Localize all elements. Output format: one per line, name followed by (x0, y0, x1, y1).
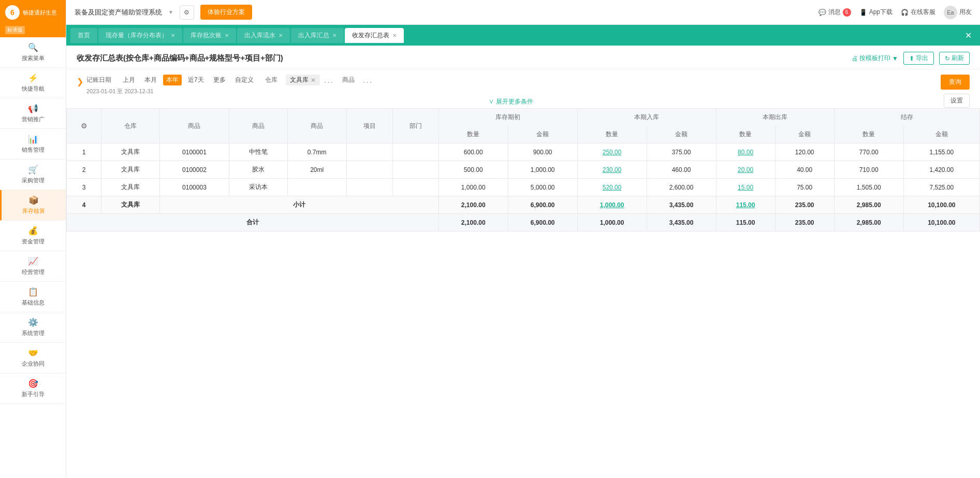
settings-button[interactable]: 设置 (944, 94, 970, 108)
sidebar-item-经营管理[interactable]: 📈 经营管理 (0, 251, 66, 282)
sidebar-item-label: 系统管理 (22, 329, 45, 337)
headset-icon: 🎧 (901, 9, 909, 16)
cell-in-qty[interactable]: 230.00 (577, 161, 647, 179)
cell-in-qty[interactable]: 520.00 (577, 179, 647, 196)
col-header-project: 项目 (346, 109, 392, 143)
sidebar-item-采购管理[interactable]: 🛒 采购管理 (0, 160, 66, 190)
tab-库存批次账[interactable]: 库存批次账✕ (183, 28, 236, 43)
total-out-amt: 235.00 (775, 214, 834, 231)
sidebar-item-快捷导航[interactable]: ⚡ 快捷导航 (0, 68, 66, 98)
print-button[interactable]: 🖨 按模板打印 ▼ (852, 54, 898, 63)
table-container: ⚙ 仓库 商品 商品 商品 项目 部门 库存期初 本期入库 本期出库 结存 (66, 108, 980, 231)
tab-close-icon[interactable]: ✕ (332, 33, 337, 38)
dropdown-arrow-icon: ▼ (168, 9, 173, 15)
subtotal-out-amt: 235.00 (775, 196, 834, 214)
cell-goods-spec: 20ml (287, 161, 346, 179)
message-badge: 6 (843, 8, 851, 17)
tab-现存量（库存分布表）[interactable]: 现存量（库存分布表）✕ (98, 28, 182, 43)
table-row: 2 文具库 0100002 胶水 20ml 500.00 1,000.00 23… (67, 161, 980, 179)
filter-expand-icon[interactable]: ❯ (77, 77, 83, 86)
sidebar-item-搜索菜单[interactable]: 🔍 搜索菜单 (0, 37, 66, 68)
tab-close-icon[interactable]: ✕ (225, 33, 229, 38)
col-header-in-qty: 数量 (577, 126, 647, 143)
cell-goods-name: 采访本 (229, 179, 287, 196)
sidebar-item-企业协同[interactable]: 🤝 企业协同 (0, 343, 66, 373)
logo-text: 畅捷通好生意 (23, 9, 57, 16)
goods-filter-dots[interactable]: ... (363, 76, 373, 85)
col-header-settings[interactable]: ⚙ (67, 109, 101, 143)
cell-seq: 2 (67, 161, 101, 179)
cell-balance-amt: 1,420.00 (903, 161, 979, 179)
subtotal-out-qty[interactable]: 115.00 (716, 196, 775, 214)
cell-out-qty[interactable]: 20.00 (716, 161, 775, 179)
cell-out-qty[interactable]: 80.00 (716, 143, 775, 161)
expand-conditions-btn[interactable]: ∨ 展开更多条件 (489, 98, 533, 105)
cell-in-amt: 2,600.00 (647, 179, 716, 196)
warehouse-tag: 文具库 ✕ (286, 75, 320, 85)
cell-opening-qty: 500.00 (438, 161, 508, 179)
sidebar-item-icon: 🔍 (28, 42, 38, 52)
date-btn-more[interactable]: 更多 (210, 75, 229, 85)
sidebar-item-系统管理[interactable]: ⚙️ 系统管理 (0, 312, 66, 343)
subtotal-seq: 4 (67, 196, 101, 214)
sidebar-item-销售管理[interactable]: 📊 销售管理 (0, 129, 66, 160)
online-service-action[interactable]: 🎧 在线客服 (901, 8, 935, 17)
sidebar-item-icon: 📋 (28, 287, 38, 297)
col-header-warehouse: 仓库 (101, 109, 160, 143)
cell-opening-qty: 600.00 (438, 143, 508, 161)
subtotal-in-amt: 3,435.00 (647, 196, 716, 214)
sidebar-item-icon: 📈 (28, 256, 38, 266)
subtotal-row: 4 文具库 小计 2,100.00 6,900.00 1,000.00 3,43… (67, 196, 980, 214)
print-dropdown-icon: ▼ (892, 55, 898, 62)
cell-project (346, 179, 392, 196)
top-bar-left: 装备及固定资产辅助管理系统 ▼ ⚙ 体验行业方案 (75, 5, 252, 20)
date-btn-this-year[interactable]: 本年 (163, 75, 182, 85)
subtotal-in-qty[interactable]: 1,000.00 (577, 196, 647, 214)
date-btn-custom[interactable]: 自定义 (232, 75, 257, 85)
warehouse-tag-close-icon[interactable]: ✕ (311, 77, 316, 84)
warehouse-filter-dots[interactable]: ... (324, 76, 334, 85)
date-btn-7days[interactable]: 近7天 (185, 75, 207, 85)
tab-出入库汇总[interactable]: 出入库汇总✕ (291, 28, 344, 43)
cell-out-qty[interactable]: 15.00 (716, 179, 775, 196)
tab-close-icon[interactable]: ✕ (279, 33, 283, 38)
window-close-icon[interactable]: ✕ (961, 31, 976, 40)
sidebar-item-icon: 🤝 (28, 348, 38, 358)
sidebar-item-label: 库存核算 (22, 207, 45, 215)
try-industry-button[interactable]: 体验行业方案 (200, 5, 252, 20)
warehouse-tag-text: 文具库 (290, 76, 309, 84)
sidebar-item-label: 采购管理 (22, 177, 45, 184)
tab-出入库流水[interactable]: 出入库流水✕ (237, 28, 290, 43)
tab-close-icon[interactable]: ✕ (171, 33, 175, 38)
sidebar-item-新手引导[interactable]: 🎯 新手引导 (0, 373, 66, 404)
cell-project (346, 143, 392, 161)
query-button[interactable]: 查询 (941, 75, 970, 90)
table-gear-icon[interactable]: ⚙ (81, 122, 87, 130)
system-dropdown[interactable]: ▼ (168, 9, 173, 15)
tab-close-icon[interactable]: ✕ (392, 33, 397, 38)
sidebar-item-label: 新手引导 (22, 390, 45, 398)
user-action[interactable]: Ea 用友 (944, 6, 972, 19)
sidebar-item-label: 搜索菜单 (22, 54, 45, 62)
gear-button[interactable]: ⚙ (180, 5, 194, 20)
cell-goods-spec (287, 179, 346, 196)
subtotal-balance-qty: 2,985.00 (834, 196, 903, 214)
cell-in-amt: 375.00 (647, 143, 716, 161)
tab-收发存汇总表[interactable]: 收发存汇总表✕ (345, 28, 404, 43)
sidebar-item-基础信息[interactable]: 📋 基础信息 (0, 282, 66, 312)
date-btn-this-month[interactable]: 本月 (141, 75, 160, 85)
sidebar-item-营销推广[interactable]: 📢 营销推广 (0, 98, 66, 129)
tab-首页[interactable]: 首页 (70, 28, 97, 43)
col-header-in-amt: 金额 (647, 126, 716, 143)
refresh-button[interactable]: ↻ 刷新 (939, 52, 970, 65)
col-group-opening: 库存期初 (438, 109, 577, 126)
export-button[interactable]: ⬆ 导出 (903, 52, 934, 65)
message-action[interactable]: 💬 消息 6 (818, 8, 851, 17)
cell-seq: 1 (67, 143, 101, 161)
sidebar-item-资金管理[interactable]: 💰 资金管理 (0, 221, 66, 251)
version-tag: 标准版 (5, 26, 25, 34)
cell-in-qty[interactable]: 250.00 (577, 143, 647, 161)
sidebar-item-库存核算[interactable]: 📦 库存核算 (0, 190, 66, 221)
app-download-action[interactable]: 📱 App下载 (859, 8, 893, 17)
date-btn-last-month[interactable]: 上月 (120, 75, 138, 85)
